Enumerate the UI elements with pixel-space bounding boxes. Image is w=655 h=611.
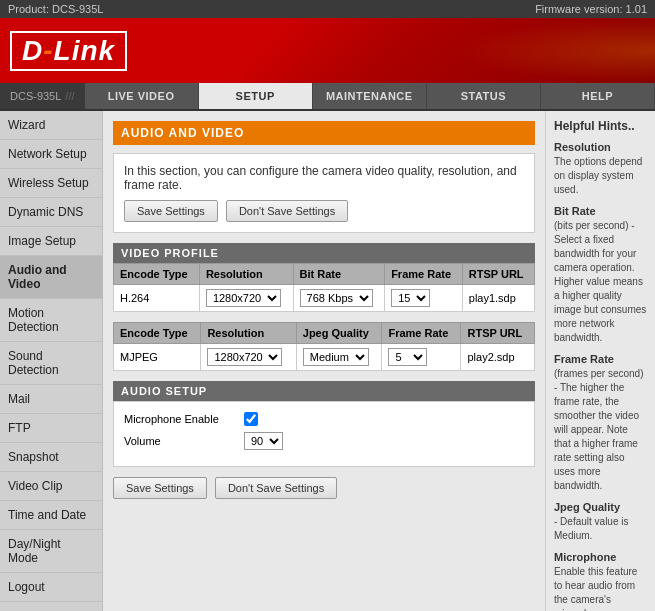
section-title: AUDIO AND VIDEO [113,121,535,145]
framerate-2-select[interactable]: 5 10 15 [388,348,427,366]
dont-save-settings-btn-top[interactable]: Don't Save Settings [226,200,348,222]
help-microphone-title: Microphone [554,551,647,563]
sidebar-item-motion-detection[interactable]: Motion Detection [0,299,102,342]
content-area: AUDIO AND VIDEO In this section, you can… [103,111,545,611]
resolution-2-cell: 1280x720 640x480 320x240 [201,344,296,371]
help-bitrate-text: (bits per second) - Select a fixed bandw… [554,219,647,345]
col-bitrate: Bit Rate [293,264,385,285]
tab-live-video[interactable]: LIVE VIDEO [85,83,199,109]
dont-save-settings-btn-bottom[interactable]: Don't Save Settings [215,477,337,499]
col-encode-type-1: Encode Type [114,264,200,285]
nav-tabs: DCS-935L /// LIVE VIDEO SETUP MAINTENANC… [0,83,655,111]
col-rtsp-1: RTSP URL [462,264,534,285]
rtsp-1-value: play1.sdp [462,285,534,312]
resolution-1-cell: 1280x720 640x480 320x240 [199,285,293,312]
section-desc: In this section, you can configure the c… [113,153,535,233]
help-bitrate-title: Bit Rate [554,205,647,217]
tab-help[interactable]: HELP [541,83,655,109]
video-profile-header: VIDEO PROFILE [113,243,535,263]
firmware-label: Firmware version: 1.01 [535,3,647,15]
sidebar-item-logout[interactable]: Logout [0,573,102,602]
framerate-1-cell: 15 10 5 [385,285,463,312]
table-row: MJPEG 1280x720 640x480 320x240 Medium Hi… [114,344,535,371]
main-layout: Wizard Network Setup Wireless Setup Dyna… [0,111,655,611]
save-row-bottom: Save Settings Don't Save Settings [113,477,535,499]
jpeg-quality-select[interactable]: Medium High Low [303,348,369,366]
bitrate-select[interactable]: 768 Kbps 512 Kbps 256 Kbps [300,289,373,307]
sidebar-item-image-setup[interactable]: Image Setup [0,227,102,256]
framerate-2-cell: 5 10 15 [382,344,461,371]
col-framerate-2: Frame Rate [382,323,461,344]
sidebar-item-dynamic-dns[interactable]: Dynamic DNS [0,198,102,227]
sidebar-item-wireless-setup[interactable]: Wireless Setup [0,169,102,198]
bitrate-cell: 768 Kbps 512 Kbps 256 Kbps [293,285,385,312]
audio-setup-body: Microphone Enable Volume 90 80 70 60 50 [113,401,535,467]
help-microphone-text: Enable this feature to hear audio from t… [554,565,647,611]
jpeg-quality-cell: Medium High Low [296,344,382,371]
section-desc-text: In this section, you can configure the c… [124,164,517,192]
sidebar-item-wizard[interactable]: Wizard [0,111,102,140]
sidebar-item-ftp[interactable]: FTP [0,414,102,443]
profile1-table: Encode Type Resolution Bit Rate Frame Ra… [113,263,535,312]
rtsp-2-value: play2.sdp [461,344,535,371]
tab-setup[interactable]: SETUP [199,83,313,109]
col-encode-type-2: Encode Type [114,323,201,344]
volume-select[interactable]: 90 80 70 60 50 [244,432,283,450]
sidebar-item-audio-video[interactable]: Audio and Video [0,256,102,299]
product-name: DCS-935L [10,90,61,102]
help-title: Helpful Hints.. [554,119,647,133]
encode-type-2-value: MJPEG [114,344,201,371]
help-jpeg-title: Jpeg Quality [554,501,647,513]
help-resolution-title: Resolution [554,141,647,153]
col-framerate-1: Frame Rate [385,264,463,285]
sidebar-item-time-date[interactable]: Time and Date [0,501,102,530]
table-row: H.264 1280x720 640x480 320x240 768 Kbps … [114,285,535,312]
header: D-Link [0,18,655,83]
microphone-row: Microphone Enable [124,412,524,426]
save-settings-btn-bottom[interactable]: Save Settings [113,477,207,499]
help-framerate-text: (frames per second) - The higher the fra… [554,367,647,493]
col-jpeg-quality: Jpeg Quality [296,323,382,344]
help-framerate-title: Frame Rate [554,353,647,365]
product-label: Product: DCS-935L [8,3,103,15]
save-settings-btn-top[interactable]: Save Settings [124,200,218,222]
help-resolution-text: The options depend on display system use… [554,155,647,197]
resolution-2-select[interactable]: 1280x720 640x480 320x240 [207,348,282,366]
col-rtsp-2: RTSP URL [461,323,535,344]
tab-status[interactable]: STATUS [427,83,541,109]
col-resolution-1: Resolution [199,264,293,285]
help-panel: Helpful Hints.. Resolution The options d… [545,111,655,611]
framerate-1-select[interactable]: 15 10 5 [391,289,430,307]
sidebar-item-snapshot[interactable]: Snapshot [0,443,102,472]
sidebar-item-mail[interactable]: Mail [0,385,102,414]
resolution-1-select[interactable]: 1280x720 640x480 320x240 [206,289,281,307]
help-jpeg-text: - Default value is Medium. [554,515,647,543]
nav-slashes: /// [65,90,74,102]
logo: D-Link [10,31,127,71]
audio-setup-header: AUDIO SETUP [113,381,535,401]
volume-label: Volume [124,435,234,447]
sidebar: Wizard Network Setup Wireless Setup Dyna… [0,111,103,611]
tab-maintenance[interactable]: MAINTENANCE [313,83,427,109]
sidebar-item-day-night[interactable]: Day/Night Mode [0,530,102,573]
volume-row: Volume 90 80 70 60 50 [124,432,524,450]
nav-product: DCS-935L /// [0,83,85,109]
sidebar-item-video-clip[interactable]: Video Clip [0,472,102,501]
microphone-label: Microphone Enable [124,413,234,425]
top-bar: Product: DCS-935L Firmware version: 1.01 [0,0,655,18]
col-resolution-2: Resolution [201,323,296,344]
sidebar-item-network-setup[interactable]: Network Setup [0,140,102,169]
profile2-table: Encode Type Resolution Jpeg Quality Fram… [113,322,535,371]
microphone-checkbox[interactable] [244,412,258,426]
encode-type-1-value: H.264 [114,285,200,312]
sidebar-item-sound-detection[interactable]: Sound Detection [0,342,102,385]
